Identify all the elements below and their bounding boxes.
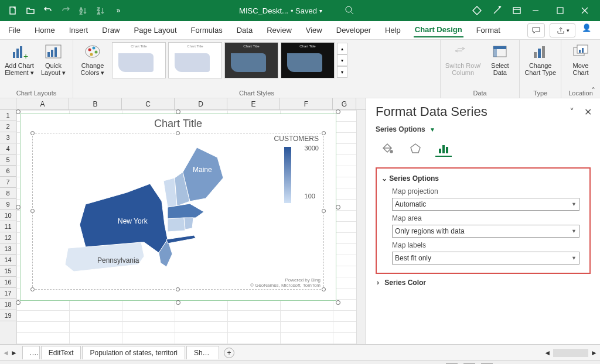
style-thumb-3[interactable]: Chart Title (224, 42, 278, 78)
sort-asc-icon[interactable]: AZ (76, 4, 90, 18)
taskpane-subtitle[interactable]: Series Options ▼ (376, 125, 591, 133)
share-button[interactable]: ▾ (550, 23, 575, 37)
row-header[interactable]: 13 (0, 243, 16, 255)
switch-row-column-button[interactable]: Switch Row/ Column (445, 42, 481, 76)
series-color-header[interactable]: › Series Color (376, 279, 591, 287)
tab-format[interactable]: Format (475, 23, 502, 37)
row-header[interactable]: 4 (0, 143, 16, 154)
row-header[interactable]: 8 (0, 188, 16, 199)
chart-object[interactable]: Chart Title Pennsylvania New York (20, 114, 336, 301)
collapse-ribbon-button[interactable]: ˄ (591, 86, 595, 95)
add-sheet-button[interactable]: + (224, 348, 234, 358)
tab-review[interactable]: Review (265, 23, 293, 37)
tab-help[interactable]: Help (384, 23, 402, 37)
style-thumb-2[interactable]: Chart Title (168, 42, 222, 78)
col-header[interactable]: A (16, 98, 69, 109)
effects-icon[interactable] (407, 140, 424, 157)
fill-icon[interactable] (379, 140, 396, 157)
tab-data[interactable]: Data (236, 23, 254, 37)
minimize-button[interactable] (524, 2, 547, 19)
row-header[interactable]: 3 (0, 132, 16, 143)
tab-page-layout[interactable]: Page Layout (133, 23, 178, 37)
taskpane-collapse-icon[interactable]: ˅ (570, 107, 574, 118)
select-all-corner[interactable] (0, 98, 16, 109)
horizontal-scrollbar[interactable]: ◄► (544, 349, 598, 357)
row-header[interactable]: 19 (0, 310, 16, 321)
doc-saved[interactable]: • Saved (291, 6, 317, 15)
row-header[interactable]: 18 (0, 299, 16, 310)
tab-chart-design[interactable]: Chart Design (414, 23, 463, 37)
gallery-more-button[interactable]: ▾ (337, 66, 347, 78)
search-icon[interactable] (345, 5, 354, 16)
row-header[interactable]: 9 (0, 199, 16, 210)
gallery-up-button[interactable]: ▴ (337, 43, 347, 54)
vertical-scrollbar[interactable] (356, 110, 366, 344)
account-icon[interactable]: 👤 (580, 23, 593, 37)
change-chart-type-button[interactable]: Change Chart Type (524, 42, 556, 76)
open-file-icon[interactable] (23, 4, 38, 18)
col-header[interactable]: F (280, 98, 333, 109)
map-area-dropdown[interactable]: Only regions with data▼ (392, 225, 579, 238)
magic-icon[interactable] (490, 4, 504, 18)
col-header[interactable]: C (122, 98, 175, 109)
row-header[interactable]: 16 (0, 277, 16, 288)
tab-file[interactable]: File (7, 23, 22, 37)
undo-icon[interactable] (41, 4, 55, 18)
map-projection-dropdown[interactable]: Automatic▼ (392, 198, 579, 211)
chart-legend[interactable]: CUSTOMERS 3000 100 (274, 135, 319, 205)
new-file-icon[interactable] (6, 4, 20, 18)
tab-nav-prev[interactable]: ◄ (2, 349, 9, 357)
series-options-icon[interactable] (435, 140, 452, 157)
tab-insert[interactable]: Insert (68, 23, 90, 37)
tab-formulas[interactable]: Formulas (190, 23, 224, 37)
tab-home[interactable]: Home (33, 23, 56, 37)
style-thumb-1[interactable]: Chart Title (112, 42, 166, 78)
saved-chevron-icon[interactable]: ▾ (319, 8, 322, 14)
row-header[interactable]: 10 (0, 210, 16, 221)
ribbon-mode-icon[interactable] (510, 4, 524, 18)
col-header[interactable]: G (333, 98, 356, 109)
close-button[interactable] (573, 2, 596, 19)
row-header[interactable]: 15 (0, 266, 16, 277)
row-header[interactable]: 17 (0, 288, 16, 299)
premium-icon[interactable] (470, 4, 484, 18)
cell-grid[interactable]: Chart Title Pennsylvania New York (16, 110, 356, 344)
plot-area[interactable]: Pennsylvania New York (32, 133, 324, 290)
row-header[interactable]: 11 (0, 221, 16, 232)
sort-desc-icon[interactable]: ZA (94, 4, 108, 18)
comments-button[interactable] (527, 23, 545, 37)
col-header[interactable]: D (175, 98, 227, 109)
sheet-tab-more[interactable]: ... (22, 346, 40, 359)
row-header[interactable]: 2 (0, 121, 16, 132)
col-header[interactable]: B (69, 98, 122, 109)
row-header[interactable]: 14 (0, 255, 16, 266)
sheet-tab-population[interactable]: Population of states, territori (82, 346, 185, 359)
map-labels-dropdown[interactable]: Best fit only▼ (392, 252, 579, 265)
maximize-button[interactable] (548, 2, 572, 19)
row-header[interactable]: 1 (0, 110, 16, 121)
select-data-button[interactable]: Select Data (485, 42, 514, 76)
qat-more-icon[interactable]: » (111, 4, 125, 18)
row-header[interactable]: 12 (0, 232, 16, 243)
series-options-header[interactable]: ⌄ Series Options (381, 174, 585, 183)
quick-layout-button[interactable]: Quick Layout ▾ (39, 42, 68, 76)
tab-developer[interactable]: Developer (335, 23, 372, 37)
move-chart-button[interactable]: Move Chart (566, 42, 595, 76)
row-header[interactable]: 6 (0, 166, 16, 177)
tab-nav-next[interactable]: ► (11, 349, 18, 357)
taskpane-close-icon[interactable]: ✕ (584, 107, 592, 118)
tab-view[interactable]: View (305, 23, 323, 37)
style-thumb-4[interactable]: Chart Title (281, 42, 335, 78)
col-header[interactable]: E (227, 98, 280, 109)
sheet-tab-edittext[interactable]: EditText (41, 346, 81, 359)
map-chart[interactable]: Pennsylvania New York (50, 137, 244, 289)
row-header[interactable]: 5 (0, 154, 16, 166)
chart-title[interactable]: Chart Title (21, 114, 336, 131)
change-colors-button[interactable]: Change Colors ▾ (78, 42, 107, 76)
sheet-tab-shee[interactable]: Shee ... (186, 346, 219, 359)
tab-draw[interactable]: Draw (101, 23, 121, 37)
redo-icon[interactable] (59, 4, 73, 18)
row-header[interactable]: 7 (0, 177, 16, 188)
gallery-down-button[interactable]: ▾ (337, 54, 347, 66)
add-chart-element-button[interactable]: + Add Chart Element ▾ (5, 42, 34, 76)
